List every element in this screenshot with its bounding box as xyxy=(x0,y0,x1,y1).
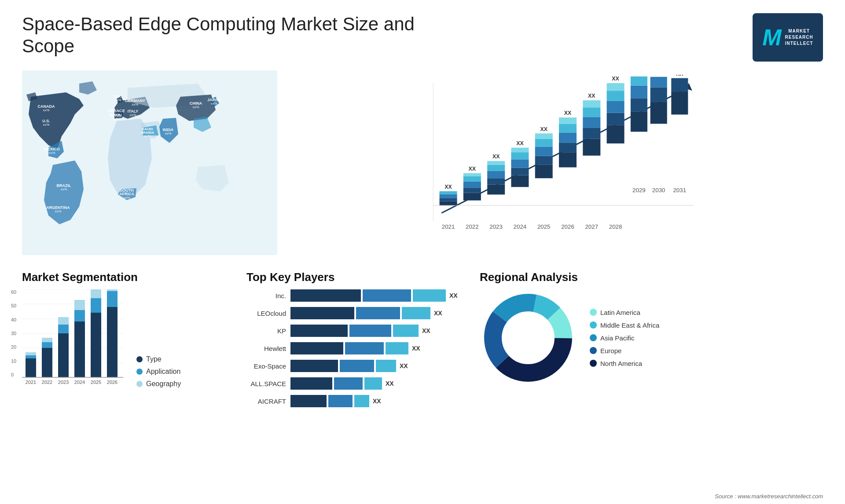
svg-rect-72 xyxy=(559,132,577,142)
svg-text:XX: XX xyxy=(564,110,572,116)
regional-legend-latin-america: Latin America xyxy=(590,309,659,316)
world-map-svg: CANADA xx% U.S. xx% MEXICO xx% BRAZIL xx… xyxy=(22,70,277,255)
svg-rect-73 xyxy=(559,124,577,132)
player-bar-seg2 xyxy=(345,342,384,354)
svg-rect-65 xyxy=(535,147,553,156)
player-name-leocloud: LEOcloud xyxy=(246,310,286,317)
regional-content: Latin America Middle East & Africa Asia … xyxy=(480,289,823,386)
svg-rect-123 xyxy=(58,325,69,333)
player-bar-seg3 xyxy=(402,307,430,319)
svg-text:XX: XX xyxy=(492,153,500,160)
svg-rect-53 xyxy=(487,161,505,165)
svg-rect-126 xyxy=(74,321,85,377)
player-value-exospace: XX xyxy=(400,362,408,369)
player-row-kp: KP XX xyxy=(246,325,467,337)
svg-rect-85 xyxy=(607,113,625,125)
legend-item-application: Application xyxy=(136,368,181,376)
svg-rect-45 xyxy=(463,176,481,181)
svg-rect-118 xyxy=(42,348,52,377)
legend-item-type: Type xyxy=(136,355,181,363)
svg-rect-86 xyxy=(607,101,625,113)
svg-rect-67 xyxy=(535,133,553,139)
regional-label-north-america: North America xyxy=(600,360,642,367)
svg-rect-124 xyxy=(58,317,69,325)
svg-rect-59 xyxy=(511,152,529,159)
svg-rect-97 xyxy=(650,102,667,124)
svg-text:2024: 2024 xyxy=(514,223,527,230)
svg-text:2025: 2025 xyxy=(537,223,551,230)
svg-text:2022: 2022 xyxy=(466,223,479,230)
svg-rect-46 xyxy=(463,173,481,176)
players-list: Inc. XX LEOcloud XX xyxy=(246,289,467,407)
regional-legend-north-america: North America xyxy=(590,360,659,367)
svg-text:2023: 2023 xyxy=(489,223,503,230)
player-bar-seg2 xyxy=(340,360,374,372)
player-bar-seg3 xyxy=(376,360,396,372)
svg-text:xx%: xx% xyxy=(43,123,49,127)
player-bar-seg1 xyxy=(290,360,338,372)
svg-rect-37 xyxy=(440,198,457,201)
svg-text:xx%: xx% xyxy=(60,187,67,191)
svg-text:XX: XX xyxy=(676,75,683,77)
svg-text:XX: XX xyxy=(655,75,662,76)
svg-rect-79 xyxy=(583,117,600,128)
svg-text:XX: XX xyxy=(540,126,547,132)
player-bar-seg2 xyxy=(349,325,391,337)
segmentation-legend: Type Application Geography xyxy=(136,355,181,388)
player-bar-seg1 xyxy=(290,289,361,302)
logo-line2: RESEARCH xyxy=(785,34,813,40)
player-bar-seg1 xyxy=(290,342,343,354)
svg-rect-64 xyxy=(535,156,553,165)
regional-dot-asia-pacific xyxy=(590,334,597,341)
header: Space-Based Edge Computing Market Size a… xyxy=(22,13,823,62)
svg-rect-49 xyxy=(487,185,505,195)
svg-rect-43 xyxy=(463,188,481,193)
source-text: Source : www.marketresearchintellect.com xyxy=(715,493,823,500)
donut-chart-svg xyxy=(480,289,577,386)
svg-text:2026: 2026 xyxy=(107,380,118,385)
svg-rect-84 xyxy=(607,125,625,143)
player-row-leocloud: LEOcloud XX xyxy=(246,307,467,319)
world-map-section: CANADA xx% U.S. xx% MEXICO xx% BRAZIL xx… xyxy=(22,70,286,274)
player-bar-seg2 xyxy=(363,289,411,302)
svg-rect-71 xyxy=(559,142,577,152)
player-bar-kp: XX xyxy=(290,325,467,337)
svg-rect-131 xyxy=(91,298,101,313)
player-bar-seg1 xyxy=(290,377,332,390)
segmentation-chart-svg: 2021 2022 xyxy=(22,289,123,386)
svg-rect-63 xyxy=(535,165,553,178)
svg-rect-87 xyxy=(607,91,625,101)
svg-text:XX: XX xyxy=(636,75,643,75)
svg-rect-39 xyxy=(440,191,457,194)
regional-dot-middle-east xyxy=(590,321,597,329)
svg-rect-115 xyxy=(26,355,36,358)
player-value-aicraft: XX xyxy=(373,398,381,405)
svg-rect-122 xyxy=(58,333,69,377)
map-wrapper: CANADA xx% U.S. xx% MEXICO xx% BRAZIL xx… xyxy=(22,70,277,255)
svg-text:xx%: xx% xyxy=(114,98,121,102)
regional-dot-north-america xyxy=(590,360,597,367)
player-bar-seg2 xyxy=(334,377,363,390)
regional-dot-europe xyxy=(590,347,597,354)
legend-label-type: Type xyxy=(146,355,162,363)
svg-text:2029: 2029 xyxy=(632,187,646,194)
svg-text:2031: 2031 xyxy=(673,187,686,194)
svg-rect-91 xyxy=(631,112,647,132)
logo-area: M MARKET RESEARCH INTELLECT xyxy=(753,13,823,62)
svg-rect-51 xyxy=(487,171,505,178)
svg-rect-134 xyxy=(107,307,118,377)
svg-text:XX: XX xyxy=(612,76,619,82)
regional-label-latin-america: Latin America xyxy=(600,309,640,316)
page-container: Space-Based Edge Computing Market Size a… xyxy=(0,0,845,504)
svg-rect-132 xyxy=(91,289,101,298)
legend-dot-application xyxy=(136,369,143,375)
svg-rect-98 xyxy=(650,88,667,102)
regional-label-asia-pacific: Asia Pacific xyxy=(600,334,635,342)
page-title: Space-Based Edge Computing Market Size a… xyxy=(22,13,418,58)
player-bar-aicraft: XX xyxy=(290,395,467,407)
svg-rect-44 xyxy=(463,182,481,188)
svg-rect-93 xyxy=(631,86,647,99)
player-bar-seg3 xyxy=(386,342,408,354)
key-players-section: Top Key Players Inc. XX LEOcloud xyxy=(246,270,467,407)
player-value-hewlett: XX xyxy=(412,345,420,352)
